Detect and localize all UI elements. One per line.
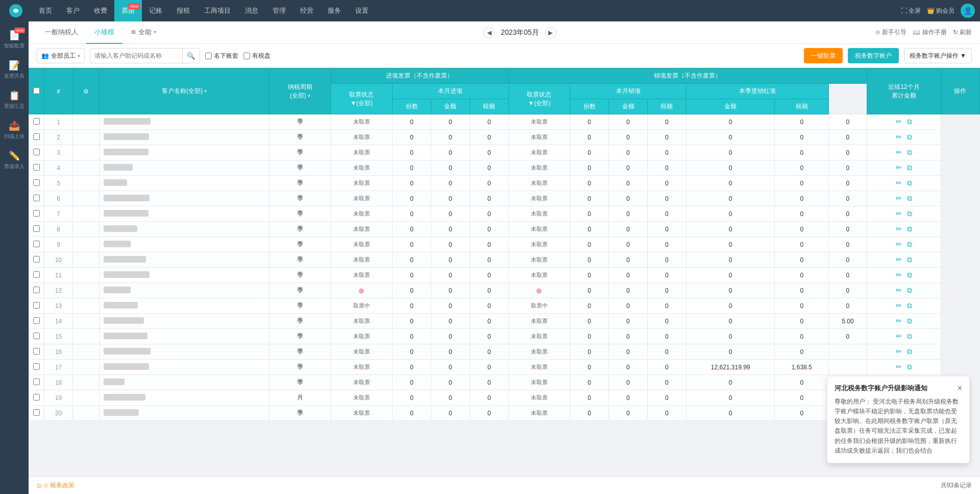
- row-checkbox[interactable]: [33, 195, 40, 201]
- nav-bookkeeping[interactable]: 记账: [142, 0, 169, 21]
- row-checkbox[interactable]: [33, 317, 40, 324]
- row-checkbox[interactable]: [33, 133, 40, 140]
- copy-btn[interactable]: ⧉: [905, 194, 914, 203]
- row-checkbox[interactable]: [33, 225, 40, 232]
- edit-btn[interactable]: ✏: [894, 332, 903, 340]
- ledger-checkbox[interactable]: [205, 53, 212, 59]
- row-checkbox[interactable]: [33, 348, 40, 355]
- edit-btn[interactable]: ✏: [894, 286, 903, 294]
- th-tax-period[interactable]: 纳税周期(全部) ▾: [270, 68, 331, 114]
- row-checkbox[interactable]: [33, 302, 40, 309]
- sidebar-item-ticket-entry[interactable]: ✏️ 票据录入: [2, 146, 27, 174]
- digital-account-ops-btn[interactable]: 税务数字账户操作 ▼: [904, 48, 972, 63]
- employee-select[interactable]: 👥 全部员工 ▾: [37, 48, 85, 63]
- app-logo[interactable]: [5, 0, 27, 21]
- nav-settings[interactable]: 设置: [348, 0, 376, 21]
- nav-fee[interactable]: 收费: [87, 0, 114, 21]
- edit-btn[interactable]: ✏: [894, 255, 903, 264]
- tab-small-scale[interactable]: 小规模: [86, 21, 122, 44]
- row-checkbox[interactable]: [33, 333, 40, 339]
- ledger-filter[interactable]: 名下账套: [205, 52, 238, 60]
- copy-btn[interactable]: ⧉: [905, 332, 914, 341]
- tax-disk-checkbox[interactable]: [243, 53, 250, 59]
- one-key-ticket-btn[interactable]: 一键取票: [804, 48, 843, 63]
- period-prev-btn[interactable]: ◀: [483, 27, 495, 38]
- copy-btn[interactable]: ⧉: [905, 347, 914, 356]
- row-checkbox[interactable]: [33, 118, 40, 125]
- row-checkbox[interactable]: [33, 256, 40, 263]
- fullscreen-btn[interactable]: ⛶ 全屏: [901, 7, 921, 15]
- sidebar-item-invoice-open[interactable]: 📝 发票开具: [2, 56, 27, 84]
- row-checkbox[interactable]: [33, 179, 40, 186]
- row-checkbox[interactable]: [33, 379, 40, 385]
- row-checkbox[interactable]: [33, 164, 40, 171]
- copy-btn[interactable]: ⧉: [905, 301, 914, 310]
- edit-btn[interactable]: ✏: [894, 225, 903, 233]
- new-guide-btn[interactable]: ⊙ 新手引导: [875, 28, 906, 37]
- edit-btn[interactable]: ✏: [894, 363, 903, 371]
- edit-btn[interactable]: ✏: [894, 163, 903, 172]
- sidebar-item-ticket-summary[interactable]: 📋 票据汇总: [2, 86, 27, 114]
- nav-tax[interactable]: 报税: [169, 0, 197, 21]
- user-avatar[interactable]: 👤: [961, 4, 975, 18]
- row-checkbox[interactable]: [33, 271, 40, 278]
- edit-btn[interactable]: ✏: [894, 301, 903, 310]
- member-btn[interactable]: 👑 购会员: [927, 7, 954, 15]
- edit-btn[interactable]: ✏: [894, 317, 903, 325]
- row-checkbox[interactable]: [33, 210, 40, 217]
- row-checkbox[interactable]: [33, 363, 40, 370]
- digital-account-btn[interactable]: 税务数字账户: [848, 48, 899, 63]
- edit-btn[interactable]: ✏: [894, 148, 903, 156]
- nav-management[interactable]: 管理: [265, 0, 293, 21]
- copy-btn[interactable]: ⧉: [905, 163, 914, 172]
- copy-btn[interactable]: ⧉: [905, 133, 914, 142]
- edit-btn[interactable]: ✏: [894, 240, 903, 248]
- copy-btn[interactable]: ⧉: [905, 179, 914, 187]
- search-input[interactable]: [90, 52, 182, 59]
- edit-btn[interactable]: ✏: [894, 179, 903, 187]
- manual-btn[interactable]: 📖 操作手册: [913, 28, 946, 37]
- edit-btn[interactable]: ✏: [894, 194, 903, 202]
- row-checkbox[interactable]: [33, 287, 40, 293]
- copy-btn[interactable]: ⧉: [905, 271, 914, 279]
- row-checkbox[interactable]: [33, 409, 40, 416]
- tab-all[interactable]: ≋ 全能 ▾: [122, 21, 164, 44]
- select-all-checkbox[interactable]: [33, 87, 40, 94]
- edit-btn[interactable]: ✏: [894, 209, 903, 218]
- copy-btn[interactable]: ⧉: [905, 225, 914, 233]
- nav-client[interactable]: 客户: [59, 0, 87, 21]
- th-out-status[interactable]: 取票状态▼(全部): [508, 84, 570, 114]
- search-button[interactable]: 🔍: [182, 48, 200, 63]
- popup-close-btn[interactable]: ×: [958, 384, 962, 393]
- copy-btn[interactable]: ⧉: [905, 209, 914, 218]
- tax-policy-link[interactable]: ⊙ ⊙ 税务政策: [37, 481, 75, 490]
- edit-btn[interactable]: ✏: [894, 271, 903, 279]
- copy-btn[interactable]: ⧉: [905, 363, 914, 371]
- copy-btn[interactable]: ⧉: [905, 240, 914, 249]
- tax-disk-filter[interactable]: 有税盘: [243, 52, 271, 60]
- edit-btn[interactable]: ✏: [894, 117, 903, 126]
- th-in-status[interactable]: 取票状态▼(全部): [331, 84, 392, 114]
- nav-operation[interactable]: 经营: [293, 0, 321, 21]
- copy-btn[interactable]: ⧉: [905, 148, 914, 157]
- nav-service[interactable]: 服务: [321, 0, 348, 21]
- th-client-name[interactable]: 客户名称(全部) ▾: [100, 68, 270, 114]
- th-settings[interactable]: ⚙: [73, 68, 100, 114]
- nav-business[interactable]: 工商项目: [197, 0, 238, 21]
- sidebar-item-scan-upload[interactable]: 📤 扫描上传: [2, 116, 27, 144]
- copy-btn[interactable]: ⧉: [905, 117, 914, 126]
- nav-ticket[interactable]: 票据 new: [114, 0, 142, 21]
- period-next-btn[interactable]: ▶: [545, 27, 556, 38]
- copy-btn[interactable]: ⧉: [905, 286, 914, 295]
- refresh-btn[interactable]: ↻ 刷新: [953, 28, 972, 37]
- copy-btn[interactable]: ⧉: [905, 255, 914, 264]
- nav-message[interactable]: 消息: [238, 0, 265, 21]
- nav-home[interactable]: 首页: [32, 0, 59, 21]
- row-checkbox[interactable]: [33, 394, 40, 401]
- edit-btn[interactable]: ✏: [894, 133, 903, 141]
- edit-btn[interactable]: ✏: [894, 347, 903, 356]
- row-checkbox[interactable]: [33, 241, 40, 247]
- row-checkbox[interactable]: [33, 149, 40, 155]
- copy-btn[interactable]: ⧉: [905, 317, 914, 325]
- sidebar-item-smart-ticket[interactable]: 📄 智能取票 new: [2, 26, 27, 54]
